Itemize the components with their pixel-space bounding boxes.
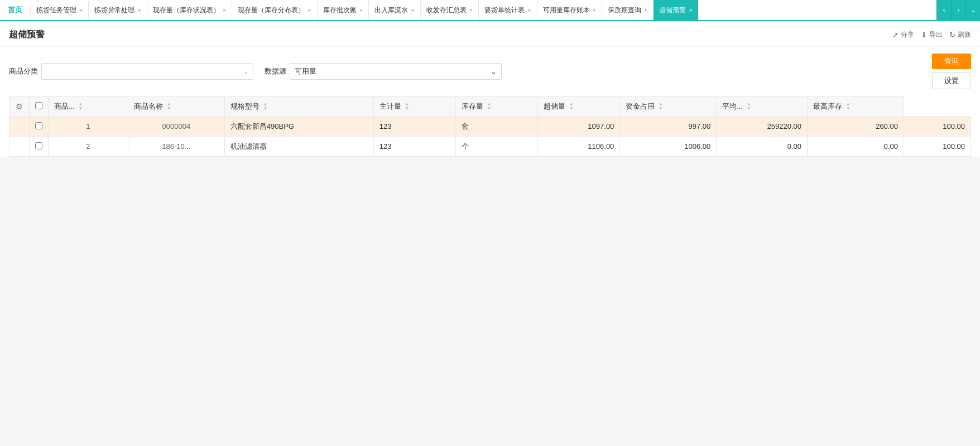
close-tab-4-icon[interactable]: × <box>359 7 363 13</box>
close-tab-1-icon[interactable]: × <box>137 7 141 13</box>
row-unit-0: 套 <box>455 117 537 137</box>
sort-icon-product-code: ▲▼ <box>78 102 83 111</box>
category-select[interactable]: ⌄ <box>41 63 253 80</box>
close-tab-2-icon[interactable]: × <box>223 7 226 13</box>
close-tab-7-icon[interactable]: × <box>527 7 531 13</box>
table-row: 2186-10... 机油滤清器 123 个 1106.00 1006.00 0… <box>9 137 971 157</box>
nav-next-arrow[interactable]: › <box>951 0 965 21</box>
filter-actions: 查询 设置 <box>932 54 971 89</box>
datasource-filter: 数据源 可用量 ⌄ <box>265 63 502 80</box>
row-stock-1: 1106.00 <box>538 137 620 157</box>
row-stock-0: 1097.00 <box>538 117 620 137</box>
page-header: 超储预警 ➚ 分享 ⇓ 导出 ↻ 刷新 <box>0 21 980 47</box>
row-product-code-0: 0000004 <box>128 117 224 137</box>
sort-icon-stock: ▲▼ <box>487 102 492 111</box>
close-tab-0-icon[interactable]: × <box>79 7 83 13</box>
row-num-0: 1 <box>49 117 128 137</box>
sort-icon-capital: ▲▼ <box>659 102 663 111</box>
share-button[interactable]: ➚ 分享 <box>892 30 914 40</box>
nav-tab-9[interactable]: 保质期查询 × <box>602 0 654 20</box>
table-row: 10000004 六配套新昌490BPG 123 套 1097.00 997.0… <box>9 117 971 137</box>
row-product-code-1: 186-10... <box>128 137 224 157</box>
row-checkbox-cell-1[interactable] <box>30 137 49 157</box>
nav-menu-arrow[interactable]: ⌄ <box>965 0 980 21</box>
row-overstock-0: 997.00 <box>620 117 717 137</box>
col-product-code[interactable]: 商品... ▲▼ <box>49 96 128 117</box>
row-max-stock-0: 100.00 <box>904 117 971 137</box>
export-icon: ⇓ <box>921 31 927 39</box>
col-unit[interactable]: 主计量 ▲▼ <box>373 96 455 117</box>
row-checkbox-1[interactable] <box>35 142 42 149</box>
category-filter: 商品分类 ⌄ <box>9 63 253 80</box>
nav-bar: 首页 拣货任务管理 × 拣货异常处理 × 现存量（库存状况表） × 现存量（库存… <box>0 0 980 21</box>
nav-tab-8[interactable]: 可用量库存账本 × <box>537 0 602 20</box>
row-product-name-1: 机油滤清器 <box>224 137 373 157</box>
nav-tab-2[interactable]: 现存量（库存状况表） × <box>147 0 232 20</box>
row-capital-1: 0.00 <box>717 137 808 157</box>
row-avg-1: 0.00 <box>808 137 904 157</box>
nav-tab-10[interactable]: 超储预警 × <box>654 0 698 20</box>
table-header-row: ⚙ 商品... ▲▼ 商品名称 ▲▼ 规格型号 ▲▼ <box>9 96 971 117</box>
nav-tab-5[interactable]: 出入库流水 × <box>369 0 420 20</box>
nav-tab-1[interactable]: 拣货异常处理 × <box>89 0 147 20</box>
gear-settings-icon[interactable]: ⚙ <box>16 102 23 111</box>
category-select-arrow-icon: ⌄ <box>243 68 248 75</box>
col-product-name[interactable]: 商品名称 ▲▼ <box>128 96 224 117</box>
nav-tab-6[interactable]: 收发存汇总表 × <box>421 0 479 20</box>
page-title: 超储预警 <box>9 29 45 41</box>
sort-icon-product-name: ▲▼ <box>167 102 171 111</box>
nav-tab-3[interactable]: 现存量（库存分布表） × <box>232 0 317 20</box>
share-icon: ➚ <box>892 31 899 39</box>
row-gear-cell-0 <box>9 117 30 137</box>
close-tab-6-icon[interactable]: × <box>469 7 473 13</box>
nav-prev-arrow[interactable]: ‹ <box>936 0 951 21</box>
sort-icon-avg: ▲▼ <box>747 102 751 111</box>
page-content: 超储预警 ➚ 分享 ⇓ 导出 ↻ 刷新 商品分类 ⌄ 数据源 <box>0 21 980 157</box>
col-capital[interactable]: 资金占用 ▲▼ <box>620 96 717 117</box>
datasource-select-value: 可用量 <box>295 66 316 76</box>
export-button[interactable]: ⇓ 导出 <box>921 30 943 40</box>
close-tab-10-icon[interactable]: × <box>689 7 692 13</box>
row-product-name-0: 六配套新昌490BPG <box>224 117 373 137</box>
row-unit-1: 个 <box>455 137 537 157</box>
col-stock[interactable]: 库存量 ▲▼ <box>455 96 537 117</box>
row-gear-cell-1 <box>9 137 30 157</box>
row-max-stock-1: 100.00 <box>904 137 971 157</box>
nav-arrows: ‹ › ⌄ <box>936 0 980 21</box>
data-table: ⚙ 商品... ▲▼ 商品名称 ▲▼ 规格型号 ▲▼ <box>9 96 971 157</box>
close-tab-9-icon[interactable]: × <box>644 7 647 13</box>
table-wrapper: ⚙ 商品... ▲▼ 商品名称 ▲▼ 规格型号 ▲▼ <box>0 96 980 157</box>
col-overstock[interactable]: 超储量 ▲▼ <box>538 96 620 117</box>
row-overstock-1: 1006.00 <box>620 137 717 157</box>
col-max-stock[interactable]: 最高库存 ▲▼ <box>808 96 904 117</box>
row-num-1: 2 <box>49 137 128 157</box>
col-checkbox[interactable] <box>30 96 49 117</box>
nav-home[interactable]: 首页 <box>0 5 31 15</box>
settings-button[interactable]: 设置 <box>932 72 971 89</box>
col-gear: ⚙ <box>9 96 30 117</box>
row-avg-0: 260.00 <box>808 117 904 137</box>
close-tab-5-icon[interactable]: × <box>411 7 414 13</box>
row-spec-0: 123 <box>373 117 455 137</box>
close-tab-3-icon[interactable]: × <box>308 7 311 13</box>
sort-icon-overstock: ▲▼ <box>569 102 574 111</box>
nav-tab-7[interactable]: 要货单统计表 × <box>479 0 537 20</box>
sort-icon-unit: ▲▼ <box>405 102 409 111</box>
row-capital-0: 259220.00 <box>717 117 808 137</box>
row-spec-1: 123 <box>373 137 455 157</box>
datasource-select[interactable]: 可用量 ⌄ <box>290 63 502 80</box>
header-actions: ➚ 分享 ⇓ 导出 ↻ 刷新 <box>892 30 971 40</box>
select-all-checkbox[interactable] <box>35 102 42 109</box>
col-avg[interactable]: 平均... ▲▼ <box>717 96 808 117</box>
close-tab-8-icon[interactable]: × <box>593 7 596 13</box>
nav-tab-4[interactable]: 库存批次账 × <box>318 0 369 20</box>
refresh-button[interactable]: ↻ 刷新 <box>949 30 971 40</box>
datasource-select-arrow-icon: ⌄ <box>491 67 497 76</box>
sort-icon-max-stock: ▲▼ <box>846 102 851 111</box>
nav-tab-0[interactable]: 拣货任务管理 × <box>31 0 89 20</box>
col-spec[interactable]: 规格型号 ▲▼ <box>224 96 373 117</box>
refresh-icon: ↻ <box>949 31 955 39</box>
row-checkbox-0[interactable] <box>35 122 42 129</box>
row-checkbox-cell-0[interactable] <box>30 117 49 137</box>
query-button[interactable]: 查询 <box>932 54 971 69</box>
